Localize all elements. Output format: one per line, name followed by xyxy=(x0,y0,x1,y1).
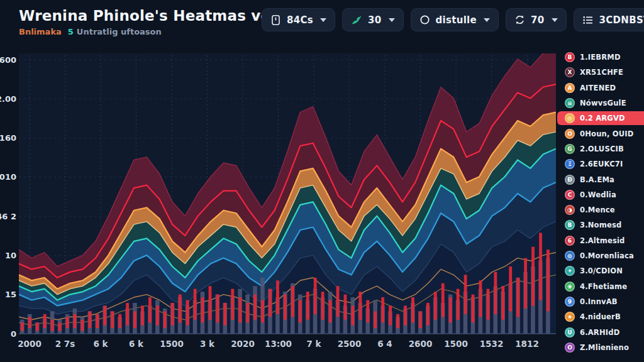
candle-bar xyxy=(238,297,242,322)
candle-bar xyxy=(148,297,152,322)
y-tick-label: 3010 xyxy=(0,172,16,182)
y-tick-label: 46 2 xyxy=(0,212,16,221)
candle-bar xyxy=(464,275,467,314)
candle-bar xyxy=(223,303,226,326)
device-dropdown[interactable]: 84Cs xyxy=(262,8,335,31)
legend-item[interactable]: U6.ARHIdD xyxy=(557,326,644,339)
candle-bar xyxy=(509,266,512,311)
legend-item[interactable]: ≡NówvsGulE xyxy=(557,96,644,110)
x-tick-label: 6 k xyxy=(93,339,108,349)
y-tick-label: 2.00 xyxy=(0,94,16,104)
legend-item[interactable]: OZ.Mlienieno xyxy=(557,341,644,354)
candle-bar xyxy=(291,286,294,317)
coin-icon: ★ xyxy=(565,312,575,322)
legend-item-label: 4.Fhetiame xyxy=(580,282,627,291)
chevron-down-icon xyxy=(389,18,395,22)
device-icon xyxy=(270,14,281,26)
candle-bar xyxy=(21,322,24,331)
x-tick-label: 2600 xyxy=(409,339,433,349)
candle-bar xyxy=(314,278,317,314)
legend-item-label: NówvsGulE xyxy=(580,99,626,107)
coin-icon: ◎ xyxy=(565,113,575,123)
candle-bar xyxy=(253,295,257,320)
x-tick-label: 13:00 xyxy=(265,339,292,349)
coin-icon: B xyxy=(565,52,575,62)
legend-item[interactable]: O0Houn, OUID xyxy=(557,127,644,141)
subtitle-brand: Bnlimaka xyxy=(19,27,62,36)
legend-item-label: 2.6EUKC7I xyxy=(580,160,623,168)
refresh-dropdown[interactable]: 70 xyxy=(506,8,566,31)
coin-icon: O xyxy=(565,343,575,353)
legend-item-label: 4.niduerB xyxy=(580,312,621,321)
candle-bar xyxy=(472,295,475,323)
candle-bar xyxy=(88,311,91,328)
coin-icon: G xyxy=(565,144,575,154)
list-dropdown[interactable]: 3CDNBSTSMIOn xyxy=(574,8,644,31)
candle-bar xyxy=(321,292,325,320)
candle-bar xyxy=(487,289,490,320)
legend-item[interactable]: C0.Wedlia xyxy=(557,188,644,202)
legend-item-label: 0.Wedlia xyxy=(580,190,616,199)
coin-icon: B xyxy=(565,220,575,230)
candle-bar xyxy=(336,286,340,317)
candle-bar xyxy=(344,295,347,320)
legend-item[interactable]: ◑0.Mence xyxy=(557,203,644,217)
candle-bar xyxy=(396,314,399,328)
legend-item[interactable]: B3.Nomesd xyxy=(557,218,644,232)
legend-item[interactable]: ◍0.Morenliaca xyxy=(557,249,644,263)
candle-bar xyxy=(284,295,287,320)
candle-bar xyxy=(457,289,460,320)
app-root: Wrenina Phinole's Heatmas volume Bnlimak… xyxy=(0,0,644,362)
legend-item[interactable]: ◎0.2 ARGVD xyxy=(557,111,644,125)
y-tick-label: 15 xyxy=(5,290,16,299)
candle-bar xyxy=(74,314,77,328)
candle-bar xyxy=(156,305,159,325)
x-tick-label: 1500 xyxy=(160,339,184,349)
marker-dropdown[interactable]: distulle xyxy=(411,8,499,31)
legend-item[interactable]: 90.InnvAB xyxy=(557,295,644,309)
candle-bar xyxy=(126,303,129,326)
coin-icon: X xyxy=(565,67,575,77)
circle-icon xyxy=(419,14,430,25)
legend-item-label: 2.OLUSCIB xyxy=(580,145,624,153)
legend-item[interactable]: ★4.niduerB xyxy=(557,310,644,324)
candle-bar xyxy=(329,300,332,322)
legend-item[interactable]: B1.IEBRMD xyxy=(557,50,644,64)
legend-item-label: 0.Mence xyxy=(580,206,615,214)
x-tick-label: 1812 xyxy=(515,339,539,349)
coin-icon: ❀ xyxy=(565,282,575,292)
legend-item[interactable]: XXR51CHFE xyxy=(557,65,644,79)
refresh-dropdown-label: 70 xyxy=(531,14,544,26)
legend-item-label: 1.IEBRMD xyxy=(580,53,621,62)
y-tick-label: 1600 xyxy=(0,55,16,65)
chevron-down-icon xyxy=(320,18,326,22)
coin-icon: U xyxy=(565,327,575,337)
legend-item[interactable]: ✦3.0/CDION xyxy=(557,264,644,278)
candle-bar xyxy=(441,283,445,317)
legend-item[interactable]: AAITENED xyxy=(557,81,644,95)
candle-bar xyxy=(179,295,182,323)
legend-item[interactable]: ❀4.Fhetiame xyxy=(557,280,644,293)
volume-area-chart[interactable]: 16002.00160301046 21015020002 7s6 k6 k15… xyxy=(0,49,557,362)
legend-item[interactable]: ÐB.A.EMa xyxy=(557,173,644,187)
candle-bar xyxy=(209,286,212,320)
legend-item-label: 0.InnvAB xyxy=(580,297,618,306)
candle-bar xyxy=(66,317,69,328)
legend-item-label: 0.2 ARGVD xyxy=(580,114,625,123)
device-dropdown-label: 84Cs xyxy=(287,14,313,26)
legend-item-label: 3.Nomesd xyxy=(580,221,621,229)
candle-bar xyxy=(524,258,527,309)
candle-bar xyxy=(261,300,264,322)
legend-item[interactable]: 62.Altmesid xyxy=(557,234,644,248)
trend-dropdown[interactable]: 30 xyxy=(342,8,403,31)
legend-item-label: 6.ARHIdD xyxy=(580,328,619,337)
candle-bar xyxy=(516,278,519,317)
x-tick-label: 7 k xyxy=(306,339,321,349)
legend-item[interactable]: Ξ2.6EUKC7I xyxy=(557,157,644,171)
y-tick-label: 160 xyxy=(0,133,16,143)
coin-legend: B1.IEBRMDXXR51CHFEAAITENED≡NówvsGulE◎0.2… xyxy=(557,50,644,354)
legend-item[interactable]: G2.OLUSCIB xyxy=(557,142,644,156)
candle-bar xyxy=(111,311,114,328)
x-tick-label: 1532 xyxy=(480,339,504,349)
list-icon xyxy=(582,15,594,25)
